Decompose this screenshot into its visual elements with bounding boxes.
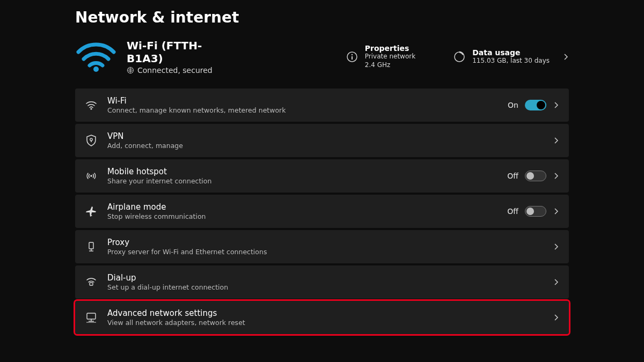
chevron-right-icon bbox=[562, 54, 569, 60]
svg-rect-13 bbox=[90, 283, 93, 285]
chevron-right-icon bbox=[553, 243, 559, 250]
properties-tile[interactable]: Properties Private network 2.4 GHz bbox=[346, 44, 415, 69]
chevron-right-icon bbox=[553, 173, 559, 179]
data-usage-icon bbox=[453, 50, 466, 63]
svg-rect-8 bbox=[91, 141, 92, 142]
wifi-signal-icon bbox=[75, 41, 117, 72]
airplane-icon bbox=[85, 205, 98, 217]
row-title: VPN bbox=[107, 131, 183, 141]
hotspot-icon bbox=[85, 170, 98, 182]
svg-rect-4 bbox=[352, 56, 353, 60]
properties-title: Properties bbox=[365, 44, 415, 53]
chevron-right-icon bbox=[553, 279, 559, 285]
wifi-state-label: On bbox=[508, 101, 518, 109]
row-sub: View all network adapters, network reset bbox=[107, 319, 245, 327]
svg-rect-14 bbox=[87, 313, 96, 319]
wifi-toggle[interactable] bbox=[525, 100, 546, 110]
properties-sub1: Private network bbox=[365, 53, 415, 61]
row-title: Wi-Fi bbox=[107, 96, 286, 106]
row-sub: Set up a dial-up internet connection bbox=[107, 283, 228, 291]
row-sub: Share your internet connection bbox=[107, 177, 211, 185]
row-sub: Stop wireless communication bbox=[107, 212, 206, 220]
svg-point-6 bbox=[90, 108, 92, 109]
svg-point-3 bbox=[352, 54, 353, 55]
data-usage-title: Data usage bbox=[472, 48, 550, 57]
globe-icon bbox=[127, 67, 134, 74]
airplane-state-label: Off bbox=[507, 207, 518, 216]
row-sub: Add, connect, manage bbox=[107, 142, 183, 150]
adapter-icon bbox=[85, 312, 98, 323]
data-usage-tile[interactable]: Data usage 115.03 GB, last 30 days bbox=[453, 48, 569, 65]
hotspot-state-label: Off bbox=[507, 172, 518, 180]
wifi-icon bbox=[85, 100, 98, 110]
chevron-right-icon bbox=[553, 102, 559, 108]
proxy-icon bbox=[85, 241, 98, 253]
row-title: Airplane mode bbox=[107, 202, 206, 212]
settings-list: Wi-Fi Connect, manage known networks, me… bbox=[75, 88, 569, 334]
svg-point-9 bbox=[90, 175, 92, 177]
connection-status: Connected, secured bbox=[137, 66, 213, 75]
row-vpn[interactable]: VPN Add, connect, manage bbox=[75, 124, 569, 157]
page-title: Network & internet bbox=[75, 9, 569, 26]
svg-point-0 bbox=[93, 67, 99, 72]
row-title: Advanced network settings bbox=[107, 308, 245, 318]
properties-sub2: 2.4 GHz bbox=[365, 61, 415, 70]
dialup-icon bbox=[85, 277, 98, 287]
row-airplane[interactable]: Airplane mode Stop wireless communicatio… bbox=[75, 195, 569, 228]
info-icon bbox=[346, 50, 358, 63]
data-usage-sub: 115.03 GB, last 30 days bbox=[472, 57, 550, 65]
row-proxy[interactable]: Proxy Proxy server for Wi-Fi and Etherne… bbox=[75, 230, 569, 263]
hotspot-toggle[interactable] bbox=[525, 171, 546, 181]
svg-point-7 bbox=[90, 138, 92, 141]
row-advanced[interactable]: Advanced network settings View all netwo… bbox=[75, 301, 569, 334]
row-dialup[interactable]: Dial-up Set up a dial-up internet connec… bbox=[75, 265, 569, 299]
row-sub: Connect, manage known networks, metered … bbox=[107, 106, 286, 114]
row-hotspot[interactable]: Mobile hotspot Share your internet conne… bbox=[75, 159, 569, 193]
chevron-right-icon bbox=[553, 314, 559, 321]
row-sub: Proxy server for Wi-Fi and Ethernet conn… bbox=[107, 248, 267, 256]
status-row: Wi-Fi (FTTH-B1A3) Connected, secured Pro… bbox=[75, 39, 569, 75]
vpn-shield-icon bbox=[85, 135, 98, 146]
ssid-label: Wi-Fi (FTTH-B1A3) bbox=[127, 39, 236, 65]
row-title: Mobile hotspot bbox=[107, 167, 211, 176]
row-wifi[interactable]: Wi-Fi Connect, manage known networks, me… bbox=[75, 88, 569, 122]
airplane-toggle[interactable] bbox=[525, 206, 546, 217]
chevron-right-icon bbox=[553, 208, 559, 215]
row-title: Proxy bbox=[107, 238, 267, 247]
row-title: Dial-up bbox=[107, 273, 228, 283]
chevron-right-icon bbox=[553, 137, 559, 144]
svg-rect-10 bbox=[89, 242, 93, 249]
